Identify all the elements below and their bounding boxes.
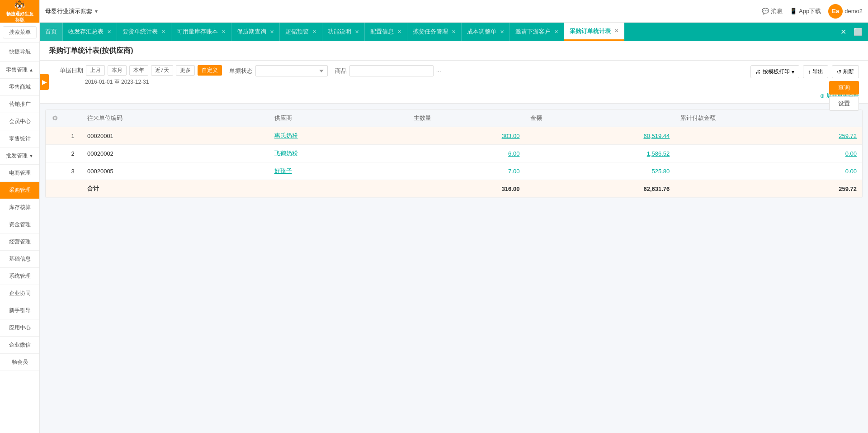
td-paid: 0.00 [675, 162, 862, 180]
td-qty: 6.00 [408, 145, 525, 162]
sidebar-item-label: 电商管理 [9, 169, 31, 177]
status-filter-group: 单据状态 [229, 65, 328, 76]
tab-purchase-stat[interactable]: 采购订单统计表 ✕ [564, 23, 624, 41]
td-unit-code: 00020002 [82, 145, 269, 162]
tab-home[interactable]: 首页 [40, 23, 63, 41]
search-menu-button[interactable]: 搜索菜单 [3, 26, 37, 38]
sidebar-item-system[interactable]: 系统管理 [0, 268, 39, 285]
tab-cost-adjust[interactable]: 成本调整单 ✕ [462, 23, 510, 41]
tab-function-desc[interactable]: 功能说明 ✕ [322, 23, 365, 41]
sidebar-item-retail-stat[interactable]: 零售统计 [0, 130, 39, 148]
qty-link[interactable]: 6.00 [508, 150, 519, 157]
data-table: ⚙ 往来单位编码 供应商 主数量 金额 累计付款金额 1 00020001 [46, 109, 862, 198]
sidebar-item-enterprise-wechat[interactable]: 企业微信 [0, 337, 39, 354]
sidebar-item-wholesale[interactable]: 批发管理 ▼ [0, 148, 39, 165]
date-7days-button[interactable]: 近7天 [151, 65, 173, 76]
tab-close-icon[interactable]: ✕ [222, 29, 226, 35]
tab-close-icon[interactable]: ✕ [161, 29, 165, 35]
tab-pick-task[interactable]: 拣货任务管理 ✕ [407, 23, 462, 41]
tab-maximize-button[interactable]: ⬜ [852, 26, 864, 38]
tab-close-icon[interactable]: ✕ [270, 29, 274, 35]
sidebar-item-finance[interactable]: 资金管理 [0, 216, 39, 233]
wholesale-arrow-icon: ▼ [29, 153, 33, 158]
sidebar-item-label: 零售商城 [9, 83, 31, 91]
td-num: 2 [64, 145, 82, 162]
sidebar-item-retail-shop[interactable]: 零售商城 [0, 79, 39, 96]
setting-button[interactable]: 设置 [829, 96, 859, 111]
app-download-button[interactable]: 📱 App下载 [790, 7, 821, 15]
tab-label: 保质期查询 [237, 28, 266, 36]
supplier-link[interactable]: 惠氏奶粉 [274, 132, 298, 139]
date-last-month-button[interactable]: 上月 [86, 65, 105, 76]
filter-toggle-button[interactable]: ▶ [40, 74, 49, 90]
table-row[interactable]: 3 00020005 好孩子 7.00 525.80 0.00 [46, 162, 862, 180]
sidebar-item-app-center[interactable]: 应用中心 [0, 319, 39, 337]
supplier-link[interactable]: 飞鹤奶粉 [274, 150, 298, 157]
workspace-dropdown-icon[interactable]: ▾ [95, 8, 98, 14]
amount-link[interactable]: 1,586.52 [647, 150, 670, 157]
tab-close-icon[interactable]: ✕ [500, 29, 504, 35]
qty-link[interactable]: 7.00 [508, 168, 519, 175]
tab-close-icon[interactable]: ✕ [452, 29, 456, 35]
tab-overstock-warning[interactable]: 超储预警 ✕ [280, 23, 322, 41]
tab-label: 功能说明 [328, 28, 351, 36]
table-row[interactable]: 2 00020002 飞鹤奶粉 6.00 1,586.52 0.00 [46, 145, 862, 162]
query-button[interactable]: 查询 [829, 81, 859, 95]
workspace-title: 母婴行业演示账套 ▾ [45, 7, 758, 15]
sidebar-item-member[interactable]: 会员中心 [0, 113, 39, 130]
sidebar-item-marketing[interactable]: 营销推广 [0, 96, 39, 113]
qty-link[interactable]: 303.00 [502, 133, 520, 139]
date-custom-button[interactable]: 自定义 [198, 65, 222, 76]
tab-close-icon[interactable]: ✕ [107, 29, 111, 35]
sidebar-item-new-guide[interactable]: 新手引导 [0, 302, 39, 319]
print-icon: 🖨 [755, 69, 761, 75]
print-arrow-icon: ▾ [792, 69, 794, 75]
supplier-link[interactable]: 好孩子 [274, 167, 292, 174]
tab-close-icon[interactable]: ✕ [554, 29, 558, 35]
refresh-button[interactable]: ↺ 刷新 [832, 65, 859, 78]
paid-link[interactable]: 0.00 [845, 150, 857, 157]
shortcut-nav-button[interactable]: 快捷导航 [3, 46, 37, 57]
goods-more-icon[interactable]: ··· [436, 67, 441, 74]
sidebar-item-operations[interactable]: 经营管理 [0, 233, 39, 251]
th-num [64, 109, 82, 127]
paid-link[interactable]: 259.72 [839, 133, 857, 139]
sidebar-item-basic-info[interactable]: 基础信息 [0, 251, 39, 268]
date-this-month-button[interactable]: 本月 [108, 65, 127, 76]
sidebar-item-retail[interactable]: 零售管理 ▲ [0, 62, 39, 79]
tab-close-all-button[interactable]: ✕ [839, 26, 848, 38]
tab-close-icon[interactable]: ✕ [312, 29, 316, 35]
goods-input[interactable] [349, 65, 434, 76]
tab-close-icon[interactable]: ✕ [397, 29, 401, 35]
amount-link[interactable]: 60,519.44 [643, 133, 670, 139]
sidebar-item-purchase[interactable]: 采购管理 [0, 182, 39, 199]
tab-receive-send[interactable]: 收发存汇总表 ✕ [63, 23, 117, 41]
tab-config-info[interactable]: 配置信息 ✕ [365, 23, 407, 41]
print-button[interactable]: 🖨 按模板打印 ▾ [750, 65, 799, 78]
paid-link[interactable]: 0.00 [845, 168, 857, 175]
date-filter-top: 单据日期 上月 本月 本年 近7天 更多 自定义 [60, 65, 222, 76]
tab-inventory-account[interactable]: 可用量库存账本 ✕ [171, 23, 231, 41]
sidebar-item-enterprise-collab[interactable]: 企业协同 [0, 285, 39, 302]
tab-label: 超储预警 [285, 28, 309, 36]
right-action-area: 🖨 按模板打印 ▾ ↑ 导出 ↺ 刷新 [750, 65, 859, 78]
tab-close-icon[interactable]: ✕ [355, 29, 359, 35]
user-avatar-area[interactable]: Ea demo2 [828, 4, 863, 19]
sidebar-item-member-vip[interactable]: 畅会员 [0, 354, 39, 371]
date-more-button[interactable]: 更多 [176, 65, 195, 76]
tab-expiry-query[interactable]: 保质期查询 ✕ [231, 23, 280, 41]
td-paid: 259.72 [675, 127, 862, 145]
amount-link[interactable]: 525.80 [652, 168, 670, 175]
message-button[interactable]: 💬 消息 [762, 7, 783, 15]
tab-close-icon[interactable]: ✕ [614, 28, 618, 34]
table-settings-icon[interactable]: ⚙ [52, 114, 58, 122]
sidebar-shortcut-section: 快捷导航 [0, 43, 39, 62]
export-button[interactable]: ↑ 导出 [803, 65, 828, 78]
date-this-year-button[interactable]: 本年 [129, 65, 148, 76]
table-row[interactable]: 1 00020001 惠氏奶粉 303.00 60,519.44 259.72 [46, 127, 862, 145]
sidebar-item-inventory[interactable]: 库存核算 [0, 199, 39, 216]
sidebar-item-ecommerce[interactable]: 电商管理 [0, 165, 39, 182]
tab-goods-stat[interactable]: 要货单统计表 ✕ [117, 23, 171, 41]
tab-invite-downstream[interactable]: 邀请下游客户 ✕ [510, 23, 564, 41]
status-select[interactable] [255, 65, 328, 76]
